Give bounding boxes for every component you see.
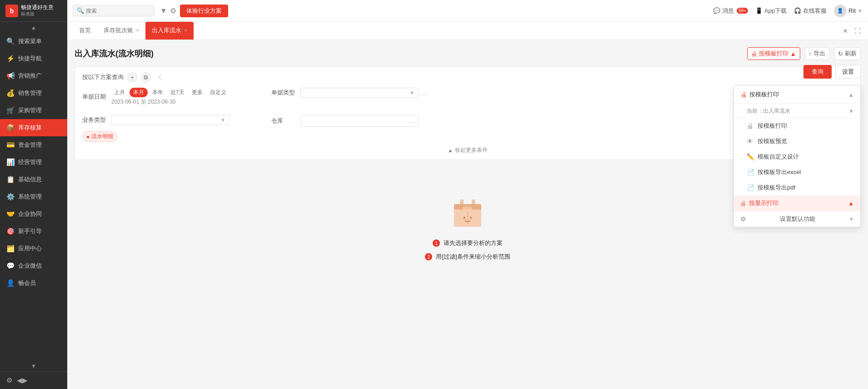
sidebar-icon-search: 🔍 xyxy=(6,37,15,45)
type-select[interactable]: ▼ xyxy=(300,88,419,98)
query-button[interactable]: 查询 xyxy=(803,65,832,79)
collapse-icon[interactable]: ◀▶ xyxy=(17,376,28,384)
dp-footer[interactable]: ⚙ 设置默认功能 ▼ xyxy=(734,211,860,227)
search-input[interactable] xyxy=(86,8,140,14)
dp-current: 当前：出入库流水 ▼ xyxy=(734,104,860,118)
date-shortcut-近7天[interactable]: 近7天 xyxy=(168,88,187,97)
dp-close-icon[interactable]: ▲ xyxy=(848,91,854,98)
dp-item-template-preview[interactable]: 👁 按模板预览 xyxy=(734,134,860,149)
warehouse-select[interactable]: … xyxy=(300,115,419,127)
filter-collapse-icon[interactable]: 《 xyxy=(155,73,161,81)
message-item[interactable]: 💬 消息 99+ xyxy=(713,7,748,15)
sidebar-scroll-up[interactable]: ▲ xyxy=(0,22,67,33)
collapse-button[interactable]: ▲ 收起更多条件 xyxy=(448,146,488,154)
sidebar-item-system[interactable]: ⚙️ 系统管理 xyxy=(0,188,67,205)
warehouse-label: 仓库 xyxy=(271,117,297,125)
sidebar-item-operation[interactable]: 📊 经营管理 xyxy=(0,154,67,171)
sidebar-item-corp[interactable]: 🤝 企业协同 xyxy=(0,205,67,223)
sidebar-item-basic[interactable]: 📋 基础信息 xyxy=(0,171,67,188)
sidebar-icon-marketing: 📢 xyxy=(6,72,15,80)
biz-label: 业务类型 xyxy=(82,116,108,124)
dp-icon-template-custom: ✏️ xyxy=(747,153,754,160)
warehouse-more-icon[interactable]: … xyxy=(408,117,414,125)
sidebar-item-quicknav[interactable]: ⚡ 快捷导航 xyxy=(0,50,67,67)
tab-close-batch[interactable]: × xyxy=(136,27,139,34)
content-area: 出入库流水(流水明细) 🖨 按模板打印 ▲ ↑ 导出 ↻ 刷新 xyxy=(67,40,868,389)
print-dropdown-button[interactable]: 🖨 按模板打印 ▲ xyxy=(747,47,800,60)
dp-label-template-preview: 按模板预览 xyxy=(758,137,787,145)
svg-rect-5 xyxy=(472,199,475,207)
warehouse-filter: 仓库 … xyxy=(271,115,453,127)
sidebar-item-marketing[interactable]: 📢 营销推广 xyxy=(0,67,67,85)
type-more-icon[interactable]: … xyxy=(422,89,429,96)
sidebar-scroll-down[interactable]: ▼ xyxy=(0,360,67,371)
sidebar-label-inventory: 库存核算 xyxy=(18,124,42,132)
date-shortcut-本月[interactable]: 本月 xyxy=(130,88,148,97)
sidebar-icon-appstore: 🗂️ xyxy=(6,244,15,253)
dp-item-template-excel[interactable]: 📄 按模板导出excel xyxy=(734,165,860,180)
sidebar-item-inventory[interactable]: 📦 库存核算 xyxy=(0,119,67,136)
tab-batch[interactable]: 库存批次账× xyxy=(97,22,145,40)
empty-icon xyxy=(447,193,488,234)
dp-current-arrow: ▼ xyxy=(848,108,854,115)
sidebar-item-newbie[interactable]: 🎯 新手引导 xyxy=(0,223,67,240)
topbar-right: 💬 消息 99+ 📱 App下载 🎧 在线客服 👤 Rit ▼ xyxy=(713,5,863,17)
dropdown-panel: 🖨 按模板打印 ▲ 当前：出入库流水 ▼ 🖨 按模板打印👁 按模板预览✏️ xyxy=(733,85,861,227)
sidebar-icon-system: ⚙️ xyxy=(6,193,15,201)
dp-item-template-pdf[interactable]: 📄 按模板导出pdf xyxy=(734,180,860,195)
svg-rect-4 xyxy=(460,199,464,207)
sidebar-item-search[interactable]: 🔍 搜索菜单 xyxy=(0,33,67,50)
dp-icon-template-print: 🖨 xyxy=(747,122,754,130)
svg-rect-2 xyxy=(463,207,472,209)
tab-close-flow[interactable]: × xyxy=(184,27,187,34)
sidebar-item-appstore[interactable]: 🗂️ 应用中心 xyxy=(0,240,67,257)
date-shortcut-自定义[interactable]: 自定义 xyxy=(207,88,229,97)
date-shortcut-更多[interactable]: 更多 xyxy=(189,88,205,97)
dsh-arrow-icon[interactable]: ▲ xyxy=(848,200,854,207)
sidebar-label-search: 搜索菜单 xyxy=(18,37,42,45)
sidebar-label-member: 畅会员 xyxy=(18,279,36,287)
type-label: 单据类型 xyxy=(271,89,297,97)
sidebar-item-wechat[interactable]: 💬 企业微信 xyxy=(0,257,67,274)
date-shortcut-上月[interactable]: 上月 xyxy=(111,88,128,97)
tab-home[interactable]: 首页 xyxy=(73,22,97,40)
sidebar-icon-quicknav: ⚡ xyxy=(6,55,15,63)
app-download-item[interactable]: 📱 App下载 xyxy=(755,7,787,15)
type-filter: 单据类型 ▼ … xyxy=(271,88,453,98)
export-icon: ↑ xyxy=(809,50,812,57)
settings-icon[interactable]: ⚙ xyxy=(6,376,12,384)
dp-item-template-custom[interactable]: ✏️ 模板自定义设计 xyxy=(734,149,860,165)
date-shortcut-本年[interactable]: 本年 xyxy=(150,88,166,97)
main-area: 🔍 ▼ ⚙ 体验行业方案 💬 消息 99+ 📱 App下载 🎧 在线客服 xyxy=(67,0,868,389)
settings-button[interactable]: 设置 xyxy=(835,65,861,79)
sidebar-item-purchase[interactable]: 🛒 采购管理 xyxy=(0,102,67,119)
tab-bar: 首页库存批次账×出入库流水× ✕ ⛶ xyxy=(67,22,868,40)
export-button[interactable]: ↑ 导出 xyxy=(805,47,830,60)
filter-header: 按以下方案查询 + ⚙ 《 xyxy=(82,72,853,82)
gear-icon[interactable]: ⚙ xyxy=(170,6,176,15)
dp-scrollable: 当前：出入库流水 ▼ 🖨 按模板打印👁 按模板预览✏️ 模板自定义设计📄 按模板… xyxy=(734,104,860,227)
biz-select[interactable]: ▼ xyxy=(111,115,229,125)
dp-icon-template-pdf: 📄 xyxy=(747,184,754,191)
date-label: 单据日期 xyxy=(82,93,108,101)
right-actions: 查询 设置 xyxy=(803,65,861,79)
sidebar-item-finance[interactable]: 💳 资金管理 xyxy=(0,136,67,154)
filter-add-button[interactable]: + xyxy=(127,72,137,82)
tab-flow[interactable]: 出入库流水× xyxy=(145,22,194,40)
dropdown-icon[interactable]: ▼ xyxy=(160,7,167,15)
sidebar-item-member[interactable]: 👤 畅会员 xyxy=(0,274,67,292)
tab-expand-icon[interactable]: ⛶ xyxy=(853,26,863,35)
refresh-button[interactable]: ↻ 刷新 xyxy=(834,47,861,60)
search-box[interactable]: 🔍 xyxy=(73,5,155,16)
dp-item-template-print[interactable]: 🖨 按模板打印 xyxy=(734,118,860,134)
filter-setting-button[interactable]: ⚙ xyxy=(141,72,151,82)
trial-button[interactable]: 体验行业方案 xyxy=(180,5,228,17)
online-service-item[interactable]: 🎧 在线客服 xyxy=(794,7,827,15)
dp-print-icon: 🖨 xyxy=(740,91,747,98)
user-info[interactable]: 👤 Rit ▼ xyxy=(834,5,863,17)
sidebar-label-purchase: 采购管理 xyxy=(18,106,42,115)
sidebar-item-sales[interactable]: 💰 销售管理 xyxy=(0,85,67,102)
dp-section-header[interactable]: 🖨 按显示打印 ▲ xyxy=(734,195,860,211)
message-icon: 💬 xyxy=(713,7,720,14)
tab-close-icon[interactable]: ✕ xyxy=(841,26,850,35)
